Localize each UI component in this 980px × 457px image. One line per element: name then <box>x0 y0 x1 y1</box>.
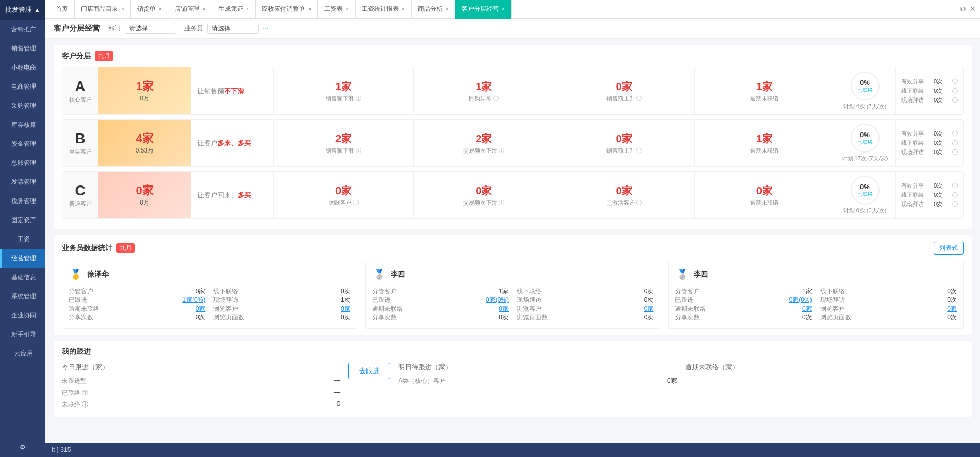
stat-info-icon[interactable]: ⓘ <box>356 147 361 155</box>
tab-close-store_goods[interactable]: × <box>121 6 124 12</box>
stat-info-icon[interactable]: ⓘ <box>636 199 642 207</box>
tab-label-store_goods: 门店商品目录 <box>81 5 118 13</box>
staff-select[interactable]: 请选择 <box>207 23 259 34</box>
tab-close-sales_order[interactable]: × <box>159 6 162 12</box>
tab-sales_order[interactable]: 销货单× <box>131 0 168 19</box>
tier-right-info-icon[interactable]: ⓘ <box>952 200 958 208</box>
tab-goods_analysis[interactable]: 商品分析× <box>412 0 455 19</box>
stat-info-icon[interactable]: ⓘ <box>493 95 499 103</box>
tier-stat-A-1[interactable]: 1家 回购异常ⓘ <box>414 67 554 114</box>
tier-main-C[interactable]: 0家 0万 <box>98 172 191 218</box>
tab-close-customer_mgmt[interactable]: × <box>502 6 505 12</box>
stat-info-icon[interactable]: ⓘ <box>499 199 504 207</box>
sidebar-item-xinshou[interactable]: 新手引导 <box>0 325 45 344</box>
sidebar-item-qiye[interactable]: 企业协同 <box>0 306 45 325</box>
tier-stat-A-2[interactable]: 0家 销售额上升ⓘ <box>554 67 695 114</box>
staff-stat-right-2-1: 现场拜访 0次 <box>820 296 957 304</box>
tier-stat-A-3[interactable]: 1家 逾期未联络 <box>695 67 834 114</box>
dept-select[interactable]: 请选择 <box>125 23 176 34</box>
stat-info-icon[interactable]: ⓘ <box>499 147 504 155</box>
list-view-button[interactable]: 列表式 <box>934 242 964 255</box>
tab-receivable[interactable]: 应收应付调整单× <box>256 0 318 19</box>
tab-close-store_mgmt[interactable]: × <box>202 6 206 12</box>
sidebar-item-xitong[interactable]: 系统管理 <box>0 287 45 306</box>
today-row-label-0: 未跟进型 <box>62 377 87 385</box>
staff-stat-val-left-2-1[interactable]: 0家(0%) <box>789 296 812 304</box>
tab-close-receivable[interactable]: × <box>308 6 311 12</box>
staff-stat-val-left-1-1[interactable]: 0家(0%) <box>486 296 509 304</box>
tier-main-B[interactable]: 4家 0.53万 <box>98 120 191 166</box>
tier-right-info-icon[interactable]: ⓘ <box>952 191 958 199</box>
staff-stat-val-right-1-2[interactable]: 0家 <box>644 304 654 313</box>
staff-stat-val-left-0-1[interactable]: 1家(0%) <box>182 296 205 304</box>
tier-stat-C-0[interactable]: 0家 休眠客户ⓘ <box>274 172 414 218</box>
tab-voucher[interactable]: 生成凭证× <box>212 0 256 19</box>
tab-close-goods_analysis[interactable]: × <box>446 6 449 12</box>
tab-store_goods[interactable]: 门店商品目录× <box>75 0 131 19</box>
goto-followup-button[interactable]: 去跟进 <box>348 363 390 379</box>
sidebar-item-xiaoshou[interactable]: 销售管理 <box>0 39 45 58</box>
staff-stat-label-right-2-1: 现场拜访 <box>820 296 845 304</box>
sidebar-item-yun[interactable]: 云应用 <box>0 344 45 363</box>
tier-stat-C-1[interactable]: 0家 交易频次下滑ⓘ <box>414 172 554 218</box>
sidebar-item-yingxiao[interactable]: 营销推广 <box>0 20 45 39</box>
staff-stat-val-left-1-2[interactable]: 0家 <box>499 304 509 313</box>
tier-right-info-icon[interactable]: ⓘ <box>952 96 958 104</box>
sidebar-item-jingying[interactable]: 经营管理 <box>0 249 45 268</box>
tab-store_mgmt[interactable]: 店铺管理× <box>168 0 212 19</box>
tab-salary_stats[interactable]: 工资统计报表× <box>356 0 412 19</box>
sidebar-item-shuiwu[interactable]: 税务管理 <box>0 192 45 211</box>
sidebar-item-jichu[interactable]: 基础信息 <box>0 268 45 287</box>
tier-contact-C: 0% 已联络 计划 0次 (0天/次) <box>834 172 896 218</box>
gear-icon: ⚙ <box>20 443 26 451</box>
staff-stat-val-left-2-2[interactable]: 0家 <box>802 304 812 313</box>
sidebar-top[interactable]: 批发管理 ▲ <box>0 0 45 20</box>
tab-close-voucher[interactable]: × <box>246 6 249 12</box>
sidebar-item-xiaodian[interactable]: 小畅电商 <box>0 58 45 77</box>
tab-home[interactable]: 首页 <box>49 0 75 19</box>
more-options-icon[interactable]: ··· <box>263 24 269 32</box>
tier-stat-B-0[interactable]: 2家 销售额下滑ⓘ <box>274 120 414 166</box>
tier-stat-B-1[interactable]: 2家 交易频次下滑ⓘ <box>414 120 554 166</box>
tier-stat-C-3[interactable]: 0家 逾期未联络 <box>695 172 834 218</box>
staff-stat-val-right-0-2[interactable]: 0家 <box>341 304 350 313</box>
staff-stat-val-right-2-2[interactable]: 0家 <box>947 304 957 313</box>
tier-stat-B-2[interactable]: 0家 销售额上升ⓘ <box>554 120 695 166</box>
stat-info-icon[interactable]: ⓘ <box>636 147 642 155</box>
stat-info-icon[interactable]: ⓘ <box>353 199 359 207</box>
tier-right-info-icon[interactable]: ⓘ <box>952 139 958 147</box>
sidebar-item-kucun[interactable]: 库存核算 <box>0 115 45 134</box>
stat-info-icon[interactable]: ⓘ <box>636 95 642 103</box>
tab-close-salary[interactable]: × <box>346 6 349 12</box>
tab-close-salary_stats[interactable]: × <box>402 6 405 12</box>
tier-slogan-C: 让客户回来、多买 <box>191 172 274 218</box>
staff-stat-val-left-0-2[interactable]: 0家 <box>196 304 206 313</box>
tier-right-info-icon[interactable]: ⓘ <box>952 182 958 190</box>
staff-stat-label-right-1-2: 浏览客户 <box>517 304 542 313</box>
sidebar-item-gongzi[interactable]: 工资 <box>0 230 45 249</box>
tab-close-icon[interactable]: ✕ <box>970 5 976 13</box>
tier-right-info-icon[interactable]: ⓘ <box>952 87 958 95</box>
tier-right-info-icon[interactable]: ⓘ <box>952 78 958 86</box>
tab-salary[interactable]: 工资表× <box>318 0 356 19</box>
tier-right-info-icon[interactable]: ⓘ <box>952 130 958 138</box>
tier-stat-A-0[interactable]: 1家 销售额下滑ⓘ <box>274 67 414 114</box>
stat-info-icon[interactable]: ⓘ <box>356 95 361 103</box>
sidebar-item-gudingzichan[interactable]: 固定资产 <box>0 211 45 230</box>
stat-count-A-3: 1家 <box>756 80 772 94</box>
tab-label-home: 首页 <box>56 5 68 13</box>
sidebar-item-caigou[interactable]: 采购管理 <box>0 96 45 115</box>
sidebar-item-zijin[interactable]: 资金管理 <box>0 134 45 154</box>
settings-button[interactable]: ⚙ <box>0 437 45 457</box>
tab-restore-icon[interactable]: ⧉ <box>960 5 966 13</box>
sidebar-item-dianshang[interactable]: 电商管理 <box>0 77 45 96</box>
tier-right-item-C-2: 现场拜访 0次 ⓘ <box>901 200 958 208</box>
tier-right-info-icon[interactable]: ⓘ <box>952 148 958 156</box>
tier-stat-C-2[interactable]: 0家 已激活客户ⓘ <box>554 172 695 218</box>
sidebar-item-zhangzhang[interactable]: 总账管理 <box>0 154 45 173</box>
tier-stat-B-3[interactable]: 1家 逾期未联络 <box>695 120 834 166</box>
tab-customer_mgmt[interactable]: 客户分层经营× <box>455 0 512 19</box>
sidebar-item-fapiao[interactable]: 发票管理 <box>0 173 45 192</box>
staff-stat-left-0-3: 分享次数 0次 <box>69 313 205 322</box>
tier-main-A[interactable]: 1家 0万 <box>98 67 191 114</box>
